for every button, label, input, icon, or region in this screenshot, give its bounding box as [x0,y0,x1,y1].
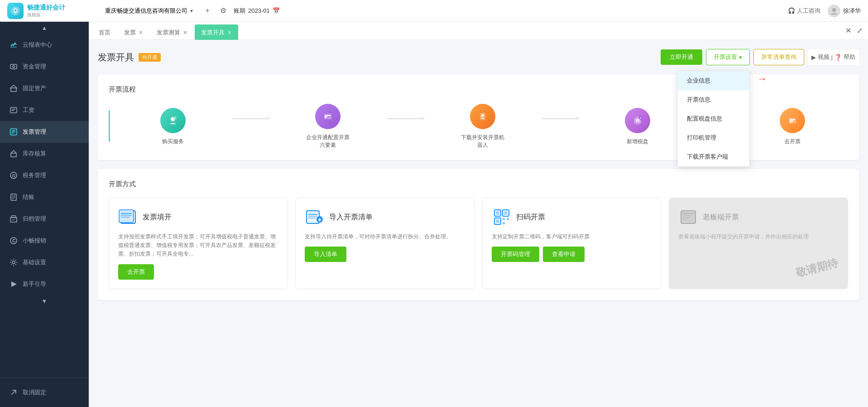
sidebar-item-report[interactable]: C 小畅报销 [0,230,89,252]
svg-rect-66 [504,211,508,215]
main-area: ▲ 云报表中心 资金管理 [0,22,868,407]
step-icon-5 [779,107,806,134]
sidebar-item-fund[interactable]: 资金管理 [0,56,89,78]
svg-text:税: 税 [12,174,16,178]
logo-text: 畅捷通好会计 旗舰版 [27,4,65,18]
scan-buttons: 开票码管理 查看申请 [492,247,652,262]
company-selector[interactable]: 重庆畅捷交通信息咨询有限公司 ▾ [101,5,197,17]
fund-icon [9,62,18,71]
method-btn-scan-manage[interactable]: 开票码管理 [492,247,539,262]
status-badge: 待开通 [139,53,161,62]
method-name-scan: 扫码开票 [516,213,545,222]
video-button[interactable]: ▶ 视频 | ❓ 帮助 [808,49,859,65]
settings-icon[interactable]: ⚙ [218,5,228,17]
svg-text:C: C [12,238,15,243]
sidebar-item-accounting[interactable]: 结账 [0,186,89,208]
sidebar-label-inventory: 库存核算 [23,150,46,158]
company-name: 重庆畅捷交通信息咨询有限公司 [105,7,187,15]
step-icon-inner-2 [315,104,340,129]
step-label-5: 去开票 [784,138,801,145]
help-label: 帮助 [844,53,855,61]
step-icon-inner-3 [470,104,495,129]
salary-icon [9,106,18,115]
step-icon-inner-5 [780,108,805,133]
settings-button[interactable]: 开票设置 ▾ [706,49,750,65]
tab-open[interactable]: 发票开具 ✕ [195,24,238,41]
tab-fullscreen[interactable]: ⤢ [855,24,864,37]
play-icon: ▶ [811,54,816,61]
svg-point-37 [481,114,484,117]
top-bar: 畅捷通好会计 旗舰版 重庆畅捷交通信息咨询有限公司 ▾ ＋ ⚙ 账期 2023-… [0,0,868,22]
flow-step-3: 下载并安装开票机器人 [427,103,538,149]
dropdown-item-printer[interactable]: 打印机管理 [678,128,749,147]
sidebar-item-unpin[interactable]: 取消固定 [0,382,89,403]
add-icon[interactable]: ＋ [202,4,213,17]
tab-invoice[interactable]: 发票 ✕ [118,24,149,41]
sidebar-item-inventory[interactable]: 库存核算 [0,143,89,165]
sidebar-item-cloud-report[interactable]: 云报表中心 [0,34,89,56]
dropdown-item-company[interactable]: 企业信息 [678,71,749,90]
method-card-boss: 老板端开票 查看老板端小程序提交的开票申请，并作出相应的处理 敬请期待 [669,198,848,289]
consult-label: 人工咨询 [797,7,820,15]
period-info: 账期 2023-01 📅 [234,7,280,15]
method-header-manual: 发票填开 [118,207,278,227]
sidebar-label-guide: 新手引导 [23,280,46,288]
sidebar-item-assets[interactable]: 固定资产 [0,78,89,99]
tab-home[interactable]: 首页 [92,24,117,41]
sidebar-scroll-down[interactable]: ▼ [0,295,89,307]
settings-dropdown-menu: 企业信息 → 开票信息 配置税盘信息 [677,71,750,167]
unpin-icon [9,388,18,397]
sidebar-label-fund: 资金管理 [23,63,46,71]
step-divider-1 [232,118,269,119]
sidebar-item-guide[interactable]: 新手引导 [0,273,89,295]
tab-invoice-close[interactable]: ✕ [139,29,143,36]
sidebar-item-tax[interactable]: 税 税务管理 [0,165,89,186]
tab-calc[interactable]: 发票测算 ✕ [150,24,194,41]
method-cards: 发票填开 支持按照发票样式手工填开发票；可开具增值税电子普通发票、增值税普通发票… [109,198,848,289]
svg-rect-69 [507,218,509,220]
calendar-icon[interactable]: 📅 [273,7,280,14]
sidebar-label-report: 小畅报销 [23,237,46,245]
method-btn-import[interactable]: 导入清单 [305,247,346,262]
sidebar-label-cloud-report: 云报表中心 [23,41,52,49]
sidebar-item-settings[interactable]: 基础设置 [0,252,89,273]
dropdown-item-download[interactable]: 下载开票客户端 [678,147,749,166]
dropdown-item-invoice-info-label: 开票信息 [687,96,710,104]
sidebar-item-salary[interactable]: 工资 [0,99,89,121]
tab-open-close[interactable]: ✕ [227,29,232,36]
logo-area: 畅捷通好会计 旗舰版 [7,3,96,19]
tab-calc-close[interactable]: ✕ [183,29,187,36]
sidebar-scroll-up[interactable]: ▲ [0,22,89,34]
svg-rect-3 [10,47,17,48]
method-name-manual: 发票填开 [143,213,172,222]
svg-text:+: + [174,116,176,120]
sidebar-label-tax: 税务管理 [23,171,46,179]
method-card-scan: 扫码开票 支持定制开票二维码，客户端可扫码开票 开票码管理 查看申请 [482,198,662,289]
anomaly-button[interactable]: 异常清单查询 [753,49,804,65]
flow-step-4: 税 + 新增税盘 [582,107,693,145]
consult-button[interactable]: 🎧 人工咨询 [788,7,820,15]
method-btn-scan-view[interactable]: 查看申请 [543,247,585,262]
tab-close-all[interactable]: ✕ [844,24,853,37]
logo-icon [7,3,24,19]
flow-step-5: 去开票 [737,107,848,145]
sidebar-item-archive[interactable]: 归档管理 [0,208,89,230]
activate-button[interactable]: 立即开通 [661,49,702,65]
settings-button-label: 开票设置 [714,53,737,61]
sidebar-item-invoice[interactable]: 发票管理 [0,121,89,143]
sidebar-label-salary: 工资 [23,106,34,114]
method-icon-scan [492,207,512,227]
page-content: 发票开具 待开通 立即开通 开票设置 ▾ [89,40,868,407]
user-info[interactable]: 徐泽华 [828,5,861,17]
sidebar-label-unpin: 取消固定 [23,388,46,397]
page-title: 发票开具 [98,51,134,63]
method-card-manual: 发票填开 支持按照发票样式手工填开发票；可开具增值税电子普通发票、增值税普通发票… [109,198,288,289]
dropdown-item-tax-config[interactable]: 配置税盘信息 [678,109,749,128]
method-title: 开票方式 [109,180,848,189]
svg-rect-38 [481,118,484,119]
method-icon-import [305,207,325,227]
dropdown-item-invoice-info[interactable]: 开票信息 [678,90,749,109]
method-btn-manual[interactable]: 去开票 [118,264,154,280]
svg-rect-6 [11,88,16,92]
content-area: 首页 发票 ✕ 发票测算 ✕ 发票开具 ✕ ✕ ⤢ [89,22,868,407]
